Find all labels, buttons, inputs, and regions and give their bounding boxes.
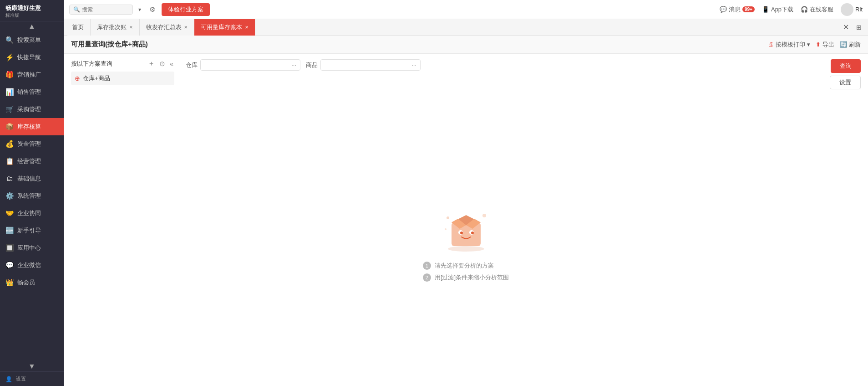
svg-point-11 [445,228,447,230]
sidebar-logo: 畅康通好生意 标准版 [0,0,64,21]
warehouse-input-wrapper: ··· [200,59,300,71]
scheme-actions: ＋ ⊙ « [147,59,174,68]
top-header: 🔍 ▾ ⚙ 体验行业方案 💬 消息 99+ 📱 App下载 🎧 在线客服 Rit [64,0,868,19]
refresh-icon: 🔄 [840,41,847,48]
tip-number-2: 2 [423,273,431,282]
query-btn[interactable]: 查询 [831,59,861,73]
main-area: 🔍 ▾ ⚙ 体验行业方案 💬 消息 99+ 📱 App下载 🎧 在线客服 Rit [64,0,868,386]
goods-label: 商品 [306,61,318,69]
title-actions: 🖨 按模板打印 ▾ ⬆ 导出 🔄 刷新 [768,41,861,49]
warehouse-input[interactable] [204,62,289,68]
svg-point-9 [447,216,449,219]
scheme-settings-btn[interactable]: ⊙ [158,60,166,68]
page-title: 可用量查询(按仓库+商品) [71,40,148,49]
chart-icon: 📊 [5,88,14,96]
print-btn[interactable]: 🖨 按模板打印 ▾ [768,41,810,49]
new-icon: 🆕 [5,226,14,235]
page-title-bar: 可用量查询(按仓库+商品) 🖨 按模板打印 ▾ ⬆ 导出 🔄 刷新 [64,36,868,54]
query-fields: 仓库 ··· 商品 ··· [186,59,824,71]
sidebar-scroll-down[interactable]: ▼ [0,361,64,371]
tabs-bar: 首页 库存批次账 × 收发存汇总表 × 可用量库存账本 × ✕ ⊞ [64,19,868,36]
print-icon: 🖨 [768,41,774,48]
empty-tip-1: 1 请先选择要分析的方案 [423,262,509,270]
scheme-item[interactable]: ⊕ 仓库+商品 [71,72,174,85]
sidebar-item-sales[interactable]: 📊 销售管理 [0,83,64,101]
header-app-download[interactable]: 📱 App下载 [762,5,793,14]
sidebar-item-marketing[interactable]: 🎁 营销推广 [0,66,64,83]
tab-available[interactable]: 可用量库存账本 × [194,19,255,36]
headset-icon: 🎧 [801,6,808,13]
empty-tip-2: 2 用[过滤]条件来缩小分析范围 [423,273,509,282]
sidebar-item-member[interactable]: 👑 畅会员 [0,274,64,291]
scheme-add-btn[interactable]: ＋ [147,59,156,68]
warehouse-field-group: 仓库 ··· [186,59,300,71]
content-area: 可用量查询(按仓库+商品) 🖨 按模板打印 ▾ ⬆ 导出 🔄 刷新 [64,36,868,386]
scheme-collapse-btn[interactable]: « [169,60,174,67]
query-scheme-panel: 按以下方案查询 ＋ ⊙ « ⊕ 仓库+商品 [71,59,180,85]
trial-btn[interactable]: 体验行业方案 [162,3,210,16]
sidebar-item-shortcut[interactable]: ⚡ 快捷导航 [0,49,64,66]
sidebar-item-newbie[interactable]: 🆕 新手引导 [0,222,64,239]
tabs-expand-btn[interactable]: ⊞ [853,23,864,32]
apps-icon: 🔲 [5,244,14,252]
sidebar-item-funds[interactable]: 💰 资金管理 [0,135,64,153]
svg-point-10 [482,214,486,217]
sidebar-item-inventory[interactable]: 📦 库存核算 [0,118,64,135]
cart-icon: 🛒 [5,105,14,113]
goods-field-group: 商品 ··· [306,59,421,71]
box-icon: 📦 [5,123,14,131]
tab-batch-close[interactable]: × [129,24,133,30]
query-settings-btn[interactable]: 设置 [830,76,861,89]
sidebar-item-operations[interactable]: 📋 经营管理 [0,153,64,170]
gear-icon: ⚙️ [5,192,14,200]
tab-home[interactable]: 首页 [67,19,91,36]
empty-illustration [439,200,493,254]
search-icon: 🔍 [5,36,14,44]
sidebar-scroll-up[interactable]: ▲ [0,21,64,31]
sidebar-item-system[interactable]: ⚙️ 系统管理 [0,187,64,205]
goods-dots-btn[interactable]: ··· [411,62,416,68]
query-area: 按以下方案查询 ＋ ⊙ « ⊕ 仓库+商品 仓库 [64,54,868,95]
bottom-icon: 👤 [5,376,12,382]
sidebar-item-search[interactable]: 🔍 搜索菜单 [0,31,64,49]
svg-rect-1 [452,222,481,246]
money-icon: 💰 [5,140,14,148]
svg-point-0 [448,246,484,252]
tab-batch[interactable]: 库存批次账 × [91,19,140,36]
empty-tips: 1 请先选择要分析的方案 2 用[过滤]条件来缩小分析范围 [423,262,509,282]
header-search-box[interactable]: 🔍 [69,5,133,15]
handshake-icon: 🤝 [5,209,14,217]
search-icon: 🔍 [73,6,80,13]
header-user[interactable]: Rit [841,3,863,16]
warehouse-dots-btn[interactable]: ··· [291,62,296,68]
sidebar-item-apps[interactable]: 🔲 应用中心 [0,239,64,257]
sidebar-bottom: 👤 设置 [0,371,64,386]
print-dropdown-icon[interactable]: ▾ [807,41,810,48]
tab-summary[interactable]: 收发存汇总表 × [140,19,195,36]
header-dropdown-btn[interactable]: ▾ [137,5,143,14]
avatar [841,3,853,16]
sidebar-item-purchase[interactable]: 🛒 采购管理 [0,101,64,118]
query-scheme-header: 按以下方案查询 ＋ ⊙ « [71,59,174,68]
header-message[interactable]: 💬 消息 99+ [720,5,755,14]
sidebar-item-basic[interactable]: 🗂 基础信息 [0,170,64,187]
message-badge: 99+ [742,6,755,12]
empty-state: 1 请先选择要分析的方案 2 用[过滤]条件来缩小分析范围 [64,95,868,386]
sidebar-item-wechat[interactable]: 💬 企业微信 [0,257,64,274]
tabs-close-all-btn[interactable]: ✕ [840,22,852,32]
gift-icon: 🎁 [5,71,14,79]
shortcut-icon: ⚡ [5,53,14,62]
header-right: 💬 消息 99+ 📱 App下载 🎧 在线客服 Rit [720,3,863,16]
export-btn[interactable]: ⬆ 导出 [816,41,834,49]
tab-summary-close[interactable]: × [184,24,188,30]
sidebar-item-enterprise[interactable]: 🤝 企业协同 [0,205,64,222]
goods-input-wrapper: ··· [320,59,421,71]
crown-icon: 👑 [5,278,14,287]
header-customer-service[interactable]: 🎧 在线客服 [801,5,833,14]
tab-available-close[interactable]: × [245,24,249,30]
refresh-btn[interactable]: 🔄 刷新 [840,41,861,49]
tabs-right-actions: ✕ ⊞ [840,22,864,32]
header-search-input[interactable] [82,6,129,13]
header-gear-btn[interactable]: ⚙ [147,5,158,15]
goods-input[interactable] [325,62,410,68]
